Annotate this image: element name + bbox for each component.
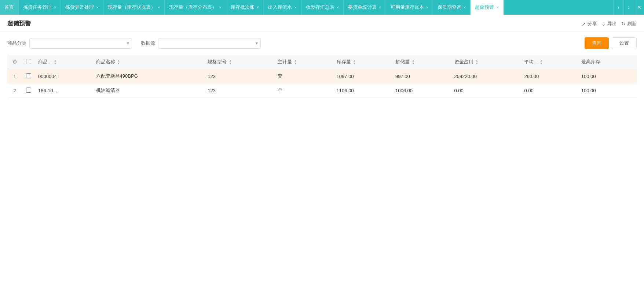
row-checkbox[interactable] bbox=[26, 88, 31, 93]
row-code: 186-10... bbox=[35, 84, 93, 98]
close-icon[interactable]: × bbox=[294, 5, 296, 10]
row-name: 机油滤清器 bbox=[93, 84, 205, 98]
close-icon[interactable]: × bbox=[54, 5, 56, 10]
nav-item-home[interactable]: 首页 bbox=[0, 0, 19, 15]
table-wrapper: ⚙ 商品... ▲▼ 商品名称 ▲▼ 规格型号 ▲▼ bbox=[0, 55, 644, 98]
export-button[interactable]: ⇓ 导出 bbox=[601, 21, 617, 27]
sort-icon[interactable]: ▲▼ bbox=[294, 59, 297, 65]
row-stock: 1106.00 bbox=[334, 84, 392, 98]
close-icon[interactable]: × bbox=[219, 5, 221, 10]
category-input[interactable] bbox=[29, 38, 132, 49]
row-capital: 0.00 bbox=[451, 84, 522, 98]
query-button[interactable]: 查询 bbox=[585, 37, 609, 49]
row-overflow: 997.00 bbox=[392, 69, 451, 84]
filter-actions: 查询 设置 bbox=[585, 37, 637, 49]
row-overflow: 1006.00 bbox=[392, 84, 451, 98]
row-capital: 259220.00 bbox=[451, 69, 522, 84]
share-button[interactable]: ➚ 分享 bbox=[582, 21, 597, 27]
nav-item-stock-status[interactable]: 现存量（库存状况表） × bbox=[103, 0, 165, 15]
select-all-checkbox[interactable] bbox=[26, 59, 31, 64]
th-max-stock: 最高库存 bbox=[578, 55, 637, 69]
sort-icon[interactable]: ▲▼ bbox=[540, 59, 543, 65]
nav-next-button[interactable]: › bbox=[623, 0, 634, 15]
sort-icon[interactable]: ▲▼ bbox=[54, 59, 56, 65]
refresh-button[interactable]: ↻ 刷新 bbox=[621, 21, 637, 27]
sort-icon[interactable]: ▲▼ bbox=[117, 59, 120, 65]
nav-item-task-mgmt[interactable]: 拣货任务管理 × bbox=[19, 0, 61, 15]
nav-prev-button[interactable]: ‹ bbox=[613, 0, 623, 15]
row-checkbox-cell bbox=[22, 84, 35, 98]
close-icon[interactable]: × bbox=[426, 5, 428, 10]
row-avg: 260.00 bbox=[521, 69, 578, 84]
page-title: 超储预警 bbox=[7, 20, 31, 27]
row-code: 0000004 bbox=[35, 69, 93, 84]
th-stock: 库存量 ▲▼ bbox=[334, 55, 392, 69]
nav-item-summary[interactable]: 收发存汇总表 × bbox=[301, 0, 344, 15]
close-icon[interactable]: × bbox=[379, 5, 381, 10]
top-navigation: 首页 拣货任务管理 × 拣货异常处理 × 现存量（库存状况表） × 现存量（库存… bbox=[0, 0, 644, 15]
data-table: ⚙ 商品... ▲▼ 商品名称 ▲▼ 规格型号 ▲▼ bbox=[7, 55, 637, 98]
close-icon[interactable]: × bbox=[257, 5, 259, 10]
page-actions: ➚ 分享 ⇓ 导出 ↻ 刷新 bbox=[582, 21, 637, 27]
row-spec: 123 bbox=[205, 69, 275, 84]
category-filter-group: 商品分类 ▾ bbox=[7, 38, 132, 49]
row-number: 2 bbox=[7, 84, 22, 98]
th-checkbox bbox=[22, 55, 35, 69]
close-icon[interactable]: × bbox=[158, 5, 160, 10]
nav-item-available-stock[interactable]: 可用量库存账本 × bbox=[386, 0, 433, 15]
nav-item-order-stats[interactable]: 要货单统计表 × bbox=[344, 0, 386, 15]
row-avg: 0.00 bbox=[521, 84, 578, 98]
th-name: 商品名称 ▲▼ bbox=[93, 55, 205, 69]
gear-icon[interactable]: ⚙ bbox=[12, 59, 17, 65]
nav-arrows: ‹ › ✕ bbox=[613, 0, 644, 15]
datasource-label: 数据源 bbox=[141, 40, 155, 47]
close-icon[interactable]: × bbox=[464, 5, 466, 10]
row-name: 六配套新昌490BPG bbox=[93, 69, 205, 84]
nav-close-all-button[interactable]: ✕ bbox=[634, 0, 644, 15]
sort-icon[interactable]: ▲▼ bbox=[229, 59, 232, 65]
table-header: ⚙ 商品... ▲▼ 商品名称 ▲▼ 规格型号 ▲▼ bbox=[7, 55, 637, 69]
close-icon[interactable]: × bbox=[337, 5, 339, 10]
row-max-stock: 100.00 bbox=[578, 69, 637, 84]
row-unit: 套 bbox=[275, 69, 333, 84]
settings-button[interactable]: 设置 bbox=[612, 37, 637, 49]
datasource-select-wrapper: 可用量 ▾ bbox=[158, 38, 261, 49]
th-spec: 规格型号 ▲▼ bbox=[205, 55, 275, 69]
sort-icon[interactable]: ▲▼ bbox=[475, 59, 478, 65]
refresh-icon: ↻ bbox=[621, 21, 626, 27]
category-label: 商品分类 bbox=[7, 40, 26, 47]
row-stock: 1097.00 bbox=[334, 69, 392, 84]
row-number: 1 bbox=[7, 69, 22, 84]
row-max-stock: 100.00 bbox=[578, 84, 637, 98]
nav-item-overflow-warning[interactable]: 超储预警 × bbox=[471, 0, 503, 15]
share-icon: ➚ bbox=[582, 21, 586, 27]
th-overflow: 超储量 ▲▼ bbox=[392, 55, 451, 69]
row-checkbox[interactable] bbox=[26, 73, 31, 78]
nav-item-exception[interactable]: 拣货异常处理 × bbox=[61, 0, 103, 15]
filter-bar: 商品分类 ▾ 数据源 可用量 ▾ 查询 设置 bbox=[0, 31, 644, 55]
row-spec: 123 bbox=[205, 84, 275, 98]
page-content: 超储预警 ➚ 分享 ⇓ 导出 ↻ 刷新 商品分类 ▾ 数据源 bbox=[0, 15, 644, 293]
table-row: 1 0000004 六配套新昌490BPG 123 套 1097.00 997.… bbox=[7, 69, 637, 84]
sort-icon[interactable]: ▲▼ bbox=[412, 59, 415, 65]
page-header: 超储预警 ➚ 分享 ⇓ 导出 ↻ 刷新 bbox=[0, 15, 644, 31]
table-body: 1 0000004 六配套新昌490BPG 123 套 1097.00 997.… bbox=[7, 69, 637, 98]
th-capital: 资金占用 ▲▼ bbox=[451, 55, 522, 69]
close-icon[interactable]: × bbox=[496, 5, 498, 10]
th-settings: ⚙ bbox=[7, 55, 22, 69]
row-checkbox-cell bbox=[22, 69, 35, 84]
table-row: 2 186-10... 机油滤清器 123 个 1106.00 1006.00 … bbox=[7, 84, 637, 98]
datasource-input[interactable]: 可用量 bbox=[158, 38, 261, 49]
nav-item-batch-account[interactable]: 库存批次账 × bbox=[226, 0, 264, 15]
datasource-filter-group: 数据源 可用量 ▾ bbox=[141, 38, 261, 49]
nav-item-expiry[interactable]: 保质期查询 × bbox=[433, 0, 471, 15]
category-select-wrapper: ▾ bbox=[29, 38, 132, 49]
close-icon[interactable]: × bbox=[96, 5, 98, 10]
th-unit: 主计量 ▲▼ bbox=[275, 55, 333, 69]
nav-item-inout-flow[interactable]: 出入库流水 × bbox=[264, 0, 301, 15]
nav-item-stock-dist[interactable]: 现存量（库存分布表） × bbox=[165, 0, 226, 15]
th-avg: 平均... ▲▼ bbox=[521, 55, 578, 69]
export-icon: ⇓ bbox=[601, 21, 606, 27]
sort-icon[interactable]: ▲▼ bbox=[353, 59, 356, 65]
th-code: 商品... ▲▼ bbox=[35, 55, 93, 69]
